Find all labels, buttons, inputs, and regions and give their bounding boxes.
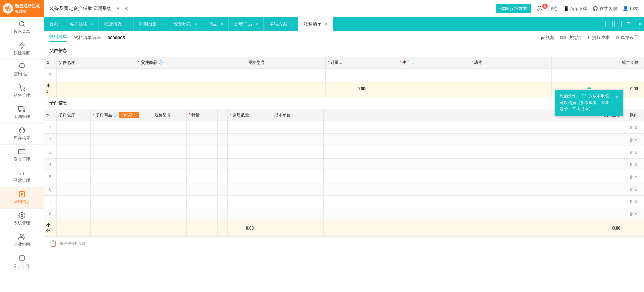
sidebar-item-sales[interactable]: 销售管理	[0, 81, 44, 102]
copy-icon[interactable]: ⧉	[635, 162, 638, 167]
child-row-1-warehouse[interactable]	[57, 121, 91, 134]
tab-operations-close[interactable]: ×	[125, 22, 127, 26]
child-row-3-needed-qty[interactable]	[228, 146, 272, 159]
child-row-7-goods[interactable]	[91, 196, 152, 208]
nav-menu-btn[interactable]: ☰	[623, 21, 633, 27]
close-all-tabs-btn[interactable]: ×	[636, 17, 644, 31]
child-row-5-spec[interactable]	[152, 171, 187, 183]
child-row-6-warehouse[interactable]	[57, 183, 91, 196]
child-row-1-needed-qty[interactable]	[228, 121, 272, 134]
parent-row-1-cost[interactable]	[469, 69, 541, 81]
sidebar-item-operations[interactable]: 经营管理	[0, 166, 44, 187]
sidebar-item-inventory[interactable]: 库存核算	[0, 124, 44, 145]
child-row-3-action[interactable]: 🗑⧉	[623, 146, 644, 159]
sidebar-item-search[interactable]: 搜索菜单	[0, 17, 44, 38]
tab-bom[interactable]: 物料清单 ×	[298, 17, 333, 31]
child-row-7-warehouse[interactable]	[57, 196, 91, 208]
child-row-2-warehouse[interactable]	[57, 134, 91, 146]
tab-barcode-close[interactable]: ×	[290, 22, 293, 26]
delete-icon[interactable]: 🗑	[629, 138, 633, 142]
child-row-8-cost-unit[interactable]	[272, 208, 313, 220]
child-row-2-cost-unit[interactable]	[272, 134, 313, 146]
child-row-1-action[interactable]: 🗑⧉	[623, 121, 644, 134]
tooltip-close-btn[interactable]: ×	[616, 93, 619, 101]
sidebar-item-system[interactable]: 系统管理	[0, 209, 44, 230]
child-row-4-qty[interactable]	[187, 159, 218, 171]
child-row-5-qty[interactable]	[187, 171, 218, 183]
child-row-7-needed-qty[interactable]	[228, 196, 272, 208]
child-row-4-warehouse[interactable]	[57, 159, 91, 171]
child-row-3-spec[interactable]	[152, 146, 187, 159]
copy-icon[interactable]: ⧉	[635, 138, 638, 142]
sidebar-item-purchase[interactable]: 采购管理	[0, 102, 44, 124]
child-row-2-needed-qty[interactable]	[228, 134, 272, 146]
app-download-item[interactable]: 📱 App下载	[564, 5, 587, 12]
sidebar-item-finance[interactable]: 资金管理	[0, 145, 44, 166]
child-row-5-cost-unit[interactable]	[272, 171, 313, 183]
copy-icon[interactable]: ⧉	[635, 187, 638, 192]
view-btn[interactable]: ▶ 视频	[541, 35, 555, 41]
sidebar-item-enterprise[interactable]: 企业协同	[0, 230, 44, 251]
tab-history[interactable]: 经营历程 ×	[168, 17, 203, 31]
child-row-1-qty[interactable]	[187, 121, 218, 134]
nav-next-btn[interactable]: ›	[614, 21, 622, 27]
child-row-4-spec[interactable]	[152, 159, 187, 171]
try-btn[interactable]: 体验行业方案	[496, 4, 531, 13]
child-row-8-spec[interactable]	[152, 208, 187, 220]
child-row-7-action[interactable]: 🗑⧉	[623, 196, 644, 208]
sidebar-item-marketing[interactable]: 营销推广	[0, 60, 44, 81]
parent-row-1-goods[interactable]	[136, 69, 246, 81]
child-row-3-warehouse[interactable]	[57, 146, 91, 159]
online-service-item[interactable]: 🎧 在线客服	[593, 5, 617, 12]
child-row-1-spec[interactable]	[152, 121, 187, 134]
parent-row-1-prod[interactable]	[397, 69, 469, 81]
copy-icon[interactable]: ⧉	[635, 199, 638, 204]
tab-history-close[interactable]: ×	[195, 22, 197, 26]
nav-prev-btn[interactable]: ‹	[605, 21, 613, 27]
copy-icon[interactable]: ⧉	[635, 150, 638, 155]
child-row-4-needed-qty[interactable]	[228, 159, 272, 171]
parent-row-1-qty[interactable]	[325, 69, 397, 81]
parent-row-1-warehouse[interactable]	[57, 69, 136, 81]
child-row-6-spec[interactable]	[152, 183, 187, 196]
child-row-7-spec[interactable]	[152, 196, 187, 208]
child-row-5-action[interactable]: 🗑⧉	[623, 171, 644, 183]
child-row-5-goods[interactable]	[91, 171, 152, 183]
tab-barcode[interactable]: 条码方案 ×	[264, 17, 298, 31]
tab-new-goods[interactable]: 新增商品 ×	[229, 17, 263, 31]
child-row-6-goods[interactable]	[91, 183, 152, 196]
shortcut-btn[interactable]: ⌨ 快捷键	[560, 35, 581, 41]
message-item[interactable]: 💬 6 消息	[537, 5, 558, 12]
child-row-8-action[interactable]: 🗑⧉	[623, 208, 644, 220]
tab-profit[interactable]: 利润报告 ×	[134, 17, 168, 31]
single-settings-btn[interactable]: ⚙ 单据设置	[615, 35, 639, 41]
delete-icon[interactable]: 🗑	[629, 212, 633, 217]
sidebar-item-basic-info[interactable]: 基础信息	[0, 187, 44, 209]
delete-icon[interactable]: 🗑	[629, 162, 633, 167]
tab-new-goods-close[interactable]: ×	[256, 22, 258, 26]
delete-icon[interactable]: 🗑	[629, 150, 633, 155]
child-row-5-warehouse[interactable]	[57, 171, 91, 183]
child-row-5-needed-qty[interactable]	[228, 171, 272, 183]
tab-goods[interactable]: 商品 ×	[203, 17, 229, 31]
delete-icon[interactable]: 🗑	[629, 199, 633, 204]
child-row-1-goods[interactable]	[91, 121, 152, 134]
child-row-4-goods[interactable]	[91, 159, 152, 171]
copy-icon[interactable]: ⧉	[635, 125, 638, 130]
settings-icon[interactable]: ⚙	[124, 5, 129, 12]
child-row-2-action[interactable]: 🗑⧉	[623, 134, 644, 146]
child-row-2-qty[interactable]	[187, 134, 218, 146]
tab-customer-close[interactable]: ×	[91, 22, 93, 26]
sidebar-item-quick-nav[interactable]: 快捷导航	[0, 38, 44, 60]
child-row-3-goods[interactable]	[91, 146, 152, 159]
scan-input-btn[interactable]: 扫码录入	[119, 112, 139, 118]
breadcrumb-bom[interactable]: 物料清单	[49, 34, 67, 42]
parent-row-1-spec[interactable]	[246, 69, 325, 81]
tab-home[interactable]: 首页	[44, 17, 64, 31]
child-row-6-needed-qty[interactable]	[228, 183, 272, 196]
child-row-8-goods[interactable]	[91, 208, 152, 220]
child-row-6-action[interactable]: 🗑⧉	[623, 183, 644, 196]
child-th-settings[interactable]: ⚙	[44, 109, 57, 121]
delete-icon[interactable]: 🗑	[629, 175, 633, 179]
tab-bom-close[interactable]: ×	[325, 22, 327, 26]
